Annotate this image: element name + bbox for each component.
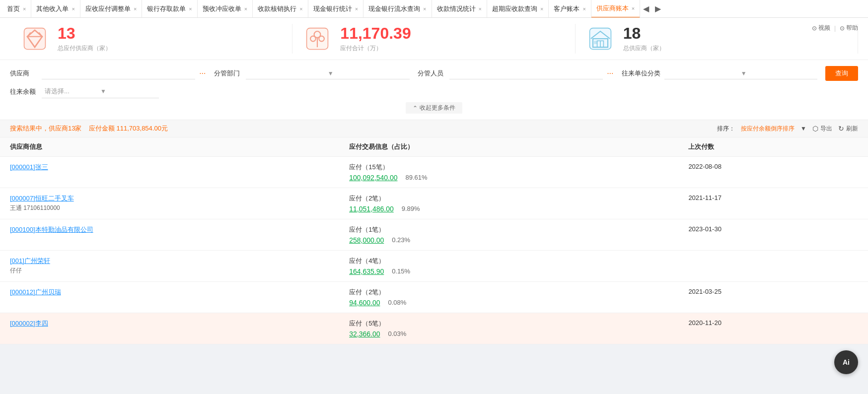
supplier-input[interactable] [42, 67, 195, 79]
tx-amount-5[interactable]: 94,600.00 [349, 299, 380, 307]
export-label: 导出 [820, 125, 832, 133]
export-button[interactable]: ⬡ 导出 [812, 125, 832, 133]
table-scroll: [000001]张三 应付（15笔） 100,092,540.00 89.61%… [0, 157, 868, 344]
result-amount: 应付金额 111,703,854.00元 [89, 125, 168, 132]
col-header-supplier: 供应商信息 [10, 142, 349, 151]
tx-amount-1[interactable]: 100,092,540.00 [349, 174, 397, 182]
tx-amount-4[interactable]: 164,635.90 [349, 267, 384, 275]
tx-row-4: 164,635.90 0.15% [349, 266, 688, 275]
tx-percent-1: 89.61% [406, 174, 428, 181]
supplier-link-6[interactable]: [000002]李四 [10, 319, 349, 328]
total-suppliers-icon [585, 24, 615, 54]
filter-row-1: 供应商 ··· 分管部门 ▼ 分管人员 ··· 往来单位分类 ▼ 查询 [10, 66, 858, 81]
nav-tab-adjust[interactable]: 应收应付调整单 × [80, 0, 142, 18]
tx-amount-3[interactable]: 258,000.00 [349, 236, 384, 244]
supplier-sub-4: 仔仔 [10, 266, 349, 275]
nav-tab-cash-flow-close[interactable]: × [423, 6, 426, 12]
nav-arrow-left[interactable]: ◀ [640, 4, 652, 13]
nav-tab-home-label: 首页 [7, 4, 20, 13]
help-link[interactable]: ⊙ 帮助 [840, 24, 858, 32]
help-icon: ⊙ [840, 25, 845, 32]
supplier-cell-2: [000007]恒旺二手叉车 王通 17106110000 [10, 194, 349, 212]
filter-area: 供应商 ··· 分管部门 ▼ 分管人员 ··· 往来单位分类 ▼ 查询 往来 [0, 60, 868, 120]
dept-select[interactable]: ▼ [246, 68, 410, 79]
nav-tab-collect-stat-close[interactable]: × [479, 6, 482, 12]
nav-tab-collect-label: 收款核销执行 [258, 4, 296, 13]
nav-tab-cash-stat[interactable]: 现金银行统计 × [308, 0, 363, 18]
tx-row-6: 32,366.00 0.03% [349, 329, 688, 338]
payable-suppliers-label: 总应付供应商（家） [58, 44, 282, 53]
tx-percent-4: 0.15% [392, 267, 410, 275]
nav-tab-supplier-close[interactable]: × [632, 5, 635, 11]
nav-tab-collect-stat-label: 收款情况统计 [437, 4, 476, 13]
result-supplier-count: 搜索结果中，供应商13家 [10, 125, 81, 132]
supplier-link-4[interactable]: [001]广州荣轩 [10, 257, 349, 265]
tx-percent-5: 0.08% [388, 299, 406, 306]
result-actions: 排序： 按应付余额倒序排序 ▼ ⬡ 导出 ↻ 刷新 [717, 125, 858, 133]
nav-tab-advance[interactable]: 预收冲应收单 × [198, 0, 253, 18]
nav-tab-adjust-close[interactable]: × [134, 6, 137, 12]
nav-tab-collect-close[interactable]: × [299, 6, 302, 12]
dept-label: 分管部门 [214, 69, 242, 78]
supplier-link-2[interactable]: [000007]恒旺二手叉车 [10, 194, 349, 203]
nav-tab-bank-close[interactable]: × [189, 6, 192, 12]
dept-select-arrow: ▼ [328, 70, 407, 77]
tx-amount-6[interactable]: 32,366.00 [349, 330, 380, 338]
sort-value[interactable]: 按应付余额倒序排序 [741, 125, 795, 133]
nav-tab-customer-close[interactable]: × [582, 6, 585, 12]
nav-arrow-right[interactable]: ▶ [652, 4, 664, 13]
nav-tab-home-close[interactable]: × [23, 6, 26, 12]
table-row: [000001]张三 应付（15笔） 100,092,540.00 89.61%… [0, 157, 868, 188]
supplier-ellipsis-btn[interactable]: ··· [199, 69, 206, 78]
nav-tab-bank-label: 银行存取款单 [147, 4, 186, 13]
nav-tab-other-income-close[interactable]: × [72, 6, 74, 12]
lastpay-cell-6: 2020-11-20 [688, 319, 858, 327]
sort-label: 排序： [717, 125, 735, 133]
tx-label-5: 应付（2笔） [349, 288, 688, 297]
supplier-cell-6: [000002]李四 [10, 319, 349, 328]
col-header-tx: 应付交易信息（占比） [349, 142, 688, 151]
nav-tab-advance-label: 预收冲应收单 [203, 4, 241, 13]
supplier-cell-4: [001]广州荣轩 仔仔 [10, 257, 349, 275]
summary-item-payable-amount: 11,170.39 应付合计（万） [292, 24, 575, 54]
nav-tab-adjust-label: 应收应付调整单 [85, 4, 131, 13]
filter-supplier: 供应商 ··· [10, 67, 206, 79]
payable-amount-num: 11,170.39 [340, 25, 565, 42]
supplier-link-1[interactable]: [000001]张三 [10, 163, 349, 172]
refresh-button[interactable]: ↻ 刷新 [838, 125, 858, 133]
category-select[interactable]: ▼ [664, 68, 818, 79]
tx-cell-5: 应付（2笔） 94,600.00 0.08% [349, 288, 688, 307]
tx-percent-6: 0.03% [388, 330, 406, 337]
nav-tab-cash-flow[interactable]: 现金银行流水查询 × [363, 0, 432, 18]
nav-tab-home[interactable]: 首页 × [2, 0, 31, 18]
collapse-btn[interactable]: ⌃ 收起更多条件 [406, 102, 462, 114]
query-button[interactable]: 查询 [825, 66, 858, 81]
nav-tab-supplier-label: 供应商账本 [596, 4, 629, 13]
tx-amount-2[interactable]: 11,051,486.00 [349, 205, 394, 213]
nav-tab-cash-stat-close[interactable]: × [355, 6, 358, 12]
nav-tab-collect[interactable]: 收款核销执行 × [253, 0, 308, 18]
person-ellipsis-btn[interactable]: ··· [607, 69, 613, 78]
table-row: [001]广州荣轩 仔仔 应付（4笔） 164,635.90 0.15% [0, 251, 868, 282]
nav-tab-advance-close[interactable]: × [244, 6, 247, 12]
payable-suppliers-text: 13 总应付供应商（家） [58, 25, 282, 53]
balance-select[interactable]: 请选择... ▼ [42, 85, 159, 98]
nav-tab-bank[interactable]: 银行存取款单 × [142, 0, 197, 18]
collapse-label: 收起更多条件 [420, 104, 455, 112]
nav-tab-overdue[interactable]: 超期应收款查询 × [487, 0, 549, 18]
filter-row-2: 往来余额 请选择... ▼ [10, 85, 858, 98]
supplier-link-5[interactable]: [000012]广州贝瑞 [10, 288, 349, 297]
nav-tab-overdue-close[interactable]: × [540, 6, 543, 12]
nav-tab-supplier[interactable]: 供应商账本 × [591, 0, 640, 18]
payable-suppliers-icon [20, 24, 50, 54]
nav-tab-other-income[interactable]: 其他收入单 × [31, 0, 80, 18]
nav-tab-collect-stat[interactable]: 收款情况统计 × [432, 0, 487, 18]
supplier-link-3[interactable]: [000100]本特勤油品有限公司 [10, 225, 349, 234]
table-row: [000100]本特勤油品有限公司 应付（1笔） 258,000.00 0.23… [0, 219, 868, 251]
video-link[interactable]: ⊙ 视频 [812, 24, 830, 32]
tx-cell-2: 应付（2笔） 11,051,486.00 9.89% [349, 194, 688, 213]
payable-amount-label: 应付合计（万） [340, 44, 565, 53]
nav-tab-customer[interactable]: 客户账本 × [549, 0, 591, 18]
tx-label-2: 应付（2笔） [349, 194, 688, 203]
person-input[interactable] [449, 67, 603, 79]
